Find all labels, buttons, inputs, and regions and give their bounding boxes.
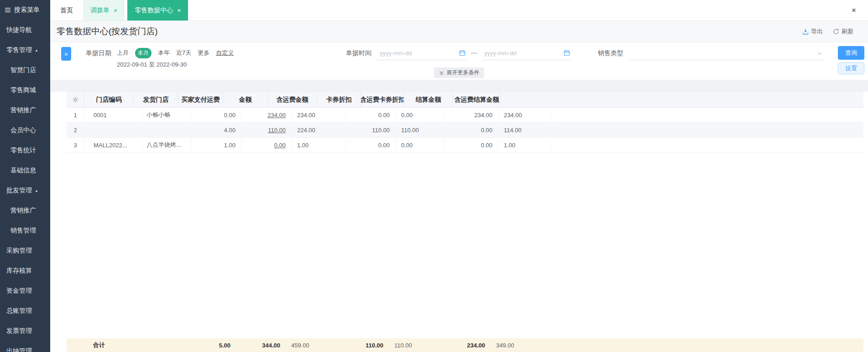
table-row[interactable]: 3 MALL2022... 八点半烧烤... 1.00 0.00 1.00 0.… bbox=[67, 138, 863, 153]
sidebar-item-wholesale-marketing[interactable]: 营销推广 bbox=[0, 201, 50, 221]
sidebar-section-retail[interactable]: 零售管理▲ bbox=[0, 40, 50, 60]
order-time-to-input[interactable] bbox=[481, 50, 560, 57]
cell-amount: 110.00 bbox=[241, 123, 292, 137]
time-filter-label: 单据时间 bbox=[346, 46, 371, 60]
cell-buyer-shipping-fee: 1.00 bbox=[191, 138, 241, 152]
row-index: 3 bbox=[67, 138, 84, 152]
refresh-button[interactable]: 刷新 bbox=[833, 27, 853, 36]
close-icon[interactable]: × bbox=[114, 7, 117, 14]
sidebar-item-retail-stats[interactable]: 零售统计 bbox=[0, 140, 50, 160]
sidebar-item-sales-mgmt[interactable]: 销售管理 bbox=[0, 221, 50, 241]
expand-more-button[interactable]: 展开更多条件 bbox=[434, 67, 484, 78]
tab-home[interactable]: 首页 bbox=[53, 0, 80, 21]
amount-link[interactable]: 110.00 bbox=[268, 127, 286, 134]
cell-coupon-discount: 110.00 bbox=[346, 123, 396, 137]
sidebar-item-retail-mall[interactable]: 零售商城 bbox=[0, 80, 50, 100]
total-settle-amount: 234.00 bbox=[437, 338, 491, 352]
sidebar-item-smart-store[interactable]: 智慧门店 bbox=[0, 60, 50, 80]
sidebar-item-label: 营销推广 bbox=[10, 207, 36, 215]
order-time-from-input[interactable] bbox=[377, 50, 455, 57]
sidebar-item-label: 营销推广 bbox=[10, 106, 36, 114]
sidebar-item-label: 零售统计 bbox=[10, 146, 36, 155]
cell-settle-amount: 0.00 bbox=[444, 138, 498, 152]
tab-bar: 首页 调拨单 × 零售数据中心 × × bbox=[50, 0, 868, 21]
close-icon[interactable]: × bbox=[177, 7, 181, 14]
row-index: 2 bbox=[67, 123, 84, 137]
col-header-coupon-discount-with-shipping: 含运费卡券折扣 bbox=[361, 92, 404, 107]
cell-settle-amount-with-shipping: 1.00 bbox=[498, 138, 552, 152]
tab-retail-data-center[interactable]: 零售数据中心 × bbox=[127, 0, 188, 21]
cell-amount: 234.00 bbox=[241, 108, 292, 122]
sidebar-item-funds-mgmt[interactable]: 资金管理 bbox=[0, 281, 50, 301]
amount-link[interactable]: 0.00 bbox=[274, 142, 286, 149]
quick-option-last-7-days[interactable]: 近7天 bbox=[176, 49, 191, 57]
sidebar-item-label: 销售管理 bbox=[10, 227, 36, 235]
arrow-up-icon: ▲ bbox=[35, 189, 38, 193]
sidebar-item-purchase-mgmt[interactable]: 采购管理 bbox=[0, 241, 50, 261]
page-actions: 导出 刷新 bbox=[802, 27, 853, 36]
sidebar-item-inventory-accounting[interactable]: 库存核算 bbox=[0, 261, 50, 281]
cell-filler bbox=[552, 138, 863, 152]
total-amount: 344.00 bbox=[236, 338, 286, 352]
range-separator: — bbox=[471, 46, 477, 60]
cell-store-code bbox=[84, 123, 143, 137]
cell-store-code: 0001 bbox=[84, 108, 143, 122]
cell-coupon-discount-with-shipping: 110.00 bbox=[396, 123, 444, 137]
row-index: 1 bbox=[67, 108, 84, 122]
export-button[interactable]: 导出 bbox=[802, 27, 823, 36]
amount-link[interactable]: 234.00 bbox=[267, 112, 286, 119]
col-header-filler bbox=[501, 92, 863, 107]
cell-settle-amount-with-shipping: 114.00 bbox=[498, 123, 552, 137]
close-icon[interactable]: × bbox=[852, 0, 856, 21]
cell-amount-with-shipping: 1.00 bbox=[292, 138, 346, 152]
quick-option-last-month[interactable]: 上月 bbox=[117, 49, 129, 57]
quick-option-custom[interactable]: 自定义 bbox=[216, 49, 234, 57]
refresh-icon bbox=[833, 28, 839, 35]
sidebar-item-invoice-mgmt[interactable]: 发票管理 bbox=[0, 321, 50, 341]
calendar-icon[interactable] bbox=[564, 50, 570, 56]
sales-type-select[interactable] bbox=[629, 46, 824, 60]
spacer bbox=[50, 80, 868, 92]
cell-ship-store bbox=[143, 123, 191, 137]
table-row[interactable]: 1 0001 小畅小畅 0.00 234.00 234.00 0.00 0.00… bbox=[67, 108, 863, 123]
calendar-icon[interactable] bbox=[459, 50, 465, 56]
tab-transfer-order[interactable]: 调拨单 × bbox=[83, 0, 125, 21]
cell-buyer-shipping-fee: 0.00 bbox=[191, 108, 241, 122]
cell-ship-store: 小畅小畅 bbox=[143, 108, 191, 122]
settings-button[interactable]: 设置 bbox=[838, 62, 864, 74]
expand-more-label: 展开更多条件 bbox=[447, 69, 480, 77]
cell-amount-with-shipping: 234.00 bbox=[292, 108, 346, 122]
sidebar-item-member-center[interactable]: 会员中心 bbox=[0, 120, 50, 140]
sidebar-item-search-menu[interactable]: 搜索菜单 bbox=[0, 0, 50, 20]
cell-coupon-discount-with-shipping: 0.00 bbox=[396, 108, 444, 122]
sidebar-item-general-ledger[interactable]: 总账管理 bbox=[0, 301, 50, 321]
col-header-amount: 金额 bbox=[223, 92, 268, 107]
quick-option-more[interactable]: 更多 bbox=[198, 49, 209, 57]
sidebar-section-wholesale[interactable]: 批发管理▲ bbox=[0, 181, 50, 201]
total-label: 合计 bbox=[84, 338, 142, 352]
sidebar-item-cashier-mgmt[interactable]: 出纳管理 bbox=[0, 341, 50, 352]
quick-option-this-year[interactable]: 本年 bbox=[158, 49, 170, 57]
sidebar-item-marketing-promo[interactable]: 营销推广 bbox=[0, 100, 50, 120]
cell-ship-store: 八点半烧烤... bbox=[143, 138, 191, 152]
column-settings-gear[interactable] bbox=[67, 92, 84, 107]
cell-settle-amount: 234.00 bbox=[444, 108, 498, 122]
table-row[interactable]: 2 4.00 110.00 224.00 110.00 110.00 0.00 … bbox=[67, 123, 863, 138]
refresh-label: 刷新 bbox=[842, 27, 853, 36]
tab-label: 首页 bbox=[60, 6, 73, 15]
filter-group-sales-type: 销售类型 bbox=[598, 46, 838, 60]
total-cell-filler bbox=[544, 338, 863, 352]
sidebar: 搜索菜单 快捷导航 零售管理▲ 智慧门店 零售商城 营销推广 会员中心 零售统计… bbox=[0, 0, 50, 352]
sidebar-item-label: 智慧门店 bbox=[10, 66, 36, 74]
cell-store-code: MALL2022... bbox=[84, 138, 143, 152]
sidebar-item-basic-info[interactable]: 基础信息 bbox=[0, 160, 50, 181]
data-table-panel: 门店编码 发货门店 买家支付运费 金额 含运费金额 卡券折扣 含运费卡券折扣 结… bbox=[50, 92, 868, 352]
tab-label: 调拨单 bbox=[90, 6, 110, 15]
sidebar-item-label: 发票管理 bbox=[6, 327, 32, 335]
sidebar-item-quick-nav[interactable]: 快捷导航 bbox=[0, 20, 50, 40]
search-button[interactable]: 查询 bbox=[838, 46, 864, 60]
cell-settle-amount: 0.00 bbox=[444, 123, 498, 137]
collapse-filter-button[interactable]: » bbox=[61, 47, 71, 61]
quick-option-this-month[interactable]: 本月 bbox=[135, 48, 152, 58]
total-settle-amount-with-shipping: 349.00 bbox=[491, 338, 544, 352]
